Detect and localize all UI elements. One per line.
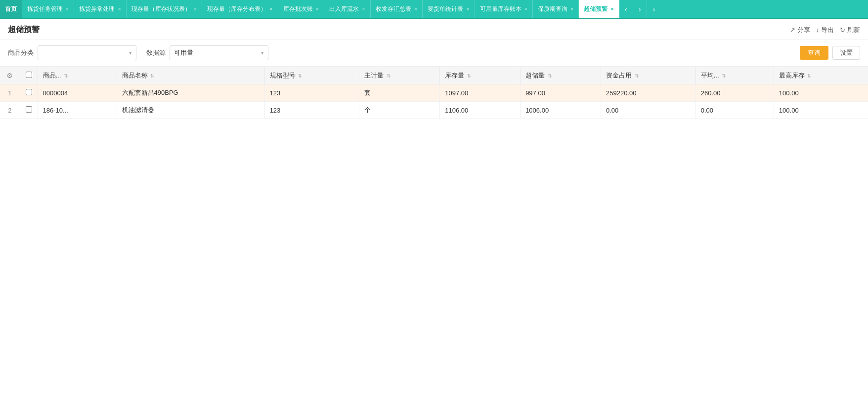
datasource-select-value: 可用量 — [174, 48, 193, 57]
category-label: 商品分类 — [8, 48, 34, 57]
row-spec: 123 — [264, 84, 359, 102]
sort-maxstock-icon: ⇅ — [807, 73, 811, 79]
close-overstock-icon[interactable]: × — [610, 6, 613, 12]
stock-dist-label: 现存量（库存分布表） — [207, 5, 266, 13]
nav-pick-task[interactable]: 拣货任务管理 × — [22, 0, 74, 18]
row-checkbox-cell — [20, 84, 38, 102]
table-row: 2 186-10... 机油滤清器 123 个 1106.00 1006.00 … — [0, 102, 868, 119]
row-maxstock: 100.00 — [774, 102, 868, 119]
nav-next-button[interactable]: › — [633, 0, 647, 18]
nav-stock-dist[interactable]: 现存量（库存分布表） × — [202, 0, 278, 18]
sort-avg-icon: ⇅ — [722, 73, 726, 79]
share-icon: ↗ — [790, 26, 795, 34]
col-settings: ⚙ — [0, 67, 20, 84]
sort-spec-icon: ⇅ — [298, 73, 302, 79]
row-capital: 0.00 — [601, 102, 696, 119]
share-label: 分享 — [797, 26, 810, 35]
close-pick-task-icon[interactable]: × — [66, 6, 69, 12]
category-chevron-icon: ▾ — [129, 50, 132, 56]
col-spec-header[interactable]: 规格型号 ⇅ — [264, 67, 359, 84]
nav-more-button[interactable]: › — [647, 0, 661, 18]
nav-prev-button[interactable]: ‹ — [619, 0, 633, 18]
table-container: ⚙ 商品... ⇅ 商品名称 ⇅ 规格型号 ⇅ — [0, 67, 868, 119]
export-label: 导出 — [821, 26, 834, 35]
nav-available-account[interactable]: 可用量库存账本 × — [475, 0, 533, 18]
top-navbar: 首页 拣货任务管理 × 拣货异常处理 × 现存量（库存状况表） × 现存量（库存… — [0, 0, 868, 19]
nav-expiry[interactable]: 保质期查询 × — [533, 0, 579, 18]
row-overflow: 1006.00 — [521, 102, 601, 119]
row-stock: 1097.00 — [440, 84, 521, 102]
col-code-header[interactable]: 商品... ⇅ — [38, 67, 117, 84]
nav-receive-send[interactable]: 收发存汇总表 × — [371, 0, 423, 18]
select-all-checkbox[interactable] — [26, 72, 32, 78]
row-seq: 2 — [0, 102, 20, 119]
row-checkbox[interactable] — [26, 106, 32, 113]
nav-batch-account[interactable]: 库存批次账 × — [278, 0, 324, 18]
sort-overflow-icon: ⇅ — [548, 73, 552, 79]
available-account-label: 可用量库存账本 — [480, 5, 521, 13]
col-overflow-header[interactable]: 超储量 ⇅ — [521, 67, 601, 84]
close-expiry-icon[interactable]: × — [570, 6, 573, 12]
query-button[interactable]: 查询 — [800, 46, 828, 60]
sort-stock-icon: ⇅ — [467, 73, 471, 79]
nav-inout-flow[interactable]: 出入库流水 × — [324, 0, 370, 18]
sort-name-icon: ⇅ — [150, 73, 154, 79]
sort-capital-icon: ⇅ — [635, 73, 639, 79]
close-receive-send-icon[interactable]: × — [414, 6, 417, 12]
refresh-icon: ↻ — [840, 26, 845, 34]
nav-pick-exception[interactable]: 拣货异常处理 × — [74, 0, 126, 18]
refresh-label: 刷新 — [847, 26, 860, 35]
nav-stock-status[interactable]: 现存量（库存状况表） × — [127, 0, 202, 18]
page-header: 超储预警 ↗ 分享 ↓ 导出 ↻ 刷新 — [0, 19, 868, 40]
order-stat-label: 要货单统计表 — [428, 5, 463, 13]
filter-actions: 查询 设置 — [800, 46, 860, 60]
close-available-account-icon[interactable]: × — [524, 6, 527, 12]
close-inout-flow-icon[interactable]: × — [362, 6, 365, 12]
close-order-stat-icon[interactable]: × — [466, 6, 469, 12]
row-stock: 1106.00 — [440, 102, 521, 119]
col-stock-header[interactable]: 库存量 ⇅ — [440, 67, 521, 84]
gear-icon[interactable]: ⚙ — [6, 72, 13, 79]
pick-exception-label: 拣货异常处理 — [79, 5, 115, 13]
row-maxstock: 100.00 — [774, 84, 868, 102]
share-button[interactable]: ↗ 分享 — [790, 26, 810, 35]
col-maxstock-header[interactable]: 最高库存 ⇅ — [774, 67, 868, 84]
export-button[interactable]: ↓ 导出 — [816, 26, 834, 35]
nav-overstock[interactable]: 超储预警 × — [579, 0, 619, 18]
datasource-chevron-icon: ▾ — [261, 50, 264, 56]
page-title: 超储预警 — [8, 25, 40, 35]
col-capital-header[interactable]: 资金占用 ⇅ — [601, 67, 696, 84]
batch-account-label: 库存批次账 — [283, 5, 313, 13]
table-header-row: ⚙ 商品... ⇅ 商品名称 ⇅ 规格型号 ⇅ — [0, 67, 868, 84]
row-avg: 260.00 — [695, 84, 774, 102]
close-stock-status-icon[interactable]: × — [194, 6, 197, 12]
category-select[interactable]: ▾ — [38, 45, 136, 60]
close-batch-account-icon[interactable]: × — [316, 6, 319, 12]
row-code: 186-10... — [38, 102, 117, 119]
col-avg-header[interactable]: 平均... ⇅ — [695, 67, 774, 84]
col-checkbox-header — [20, 67, 38, 84]
col-unit-header[interactable]: 主计量 ⇅ — [359, 67, 440, 84]
inout-flow-label: 出入库流水 — [329, 5, 359, 13]
category-filter-group: 商品分类 ▾ — [8, 45, 136, 60]
receive-send-label: 收发存汇总表 — [376, 5, 411, 13]
col-name-header[interactable]: 商品名称 ⇅ — [117, 67, 264, 84]
refresh-button[interactable]: ↻ 刷新 — [840, 26, 860, 35]
row-overflow: 997.00 — [521, 84, 601, 102]
close-stock-dist-icon[interactable]: × — [269, 6, 272, 12]
home-label: 首页 — [5, 5, 17, 13]
main-content: 超储预警 ↗ 分享 ↓ 导出 ↻ 刷新 商品分类 ▾ 数据源 — [0, 19, 868, 395]
nav-order-stat[interactable]: 要货单统计表 × — [423, 0, 475, 18]
table-row: 1 0000004 六配套新昌490BPG 123 套 1097.00 997.… — [0, 84, 868, 102]
row-checkbox[interactable] — [26, 89, 32, 95]
row-unit: 套 — [359, 84, 440, 102]
close-pick-exception-icon[interactable]: × — [118, 6, 121, 12]
expiry-label: 保质期查询 — [538, 5, 567, 13]
data-table: ⚙ 商品... ⇅ 商品名称 ⇅ 规格型号 ⇅ — [0, 67, 868, 119]
pick-task-label: 拣货任务管理 — [27, 5, 63, 13]
settings-button[interactable]: 设置 — [832, 46, 860, 60]
datasource-select[interactable]: 可用量 ▾ — [170, 45, 268, 60]
nav-home[interactable]: 首页 — [0, 0, 22, 18]
row-capital: 259220.00 — [601, 84, 696, 102]
row-avg: 0.00 — [695, 102, 774, 119]
